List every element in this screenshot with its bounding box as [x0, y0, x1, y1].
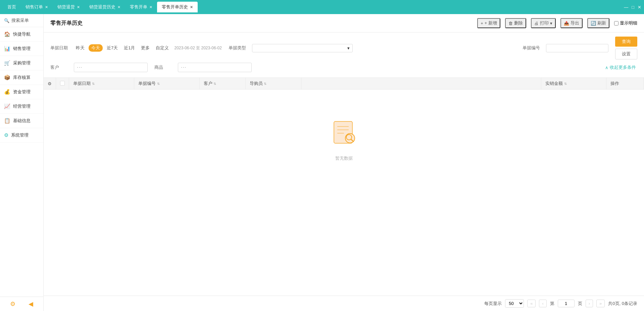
date-filter-label: 单据日期 [50, 45, 70, 51]
page-prev-btn[interactable]: ‹ [539, 300, 546, 307]
col-checkbox-header[interactable] [56, 78, 69, 90]
filter-area: 单据日期 昨天 今天 近7天 近1月 更多 自定义 2023-06-02 至 2… [44, 33, 644, 78]
main-layout: 🔍 搜索采单 🏠 快捷导航 📊 销售管理 🛒 采购管理 📦 库存核算 💰 资金管… [0, 14, 644, 311]
tab-retail-open-history-close[interactable]: ✕ [190, 5, 193, 9]
delete-label: 删除 [514, 20, 523, 26]
empty-state: 暂无数据 [44, 90, 644, 188]
total-info: 共0页, 0条记录 [608, 301, 637, 307]
tab-sales-return-label: 销货退货 [57, 4, 75, 10]
product-dots: ··· [181, 64, 186, 70]
table-settings-icon[interactable]: ⚙ [48, 81, 52, 86]
customer-input[interactable]: ··· [74, 63, 148, 72]
tab-sales-order-close[interactable]: ✕ [45, 5, 48, 9]
page-size-label: 每页显示 [484, 301, 502, 307]
col-date-header[interactable]: 单据日期 ⇅ [69, 78, 134, 90]
tab-retail-open[interactable]: 零售开单 ✕ [125, 2, 157, 12]
doc-type-filter-group: 单据类型 ▾ [229, 44, 516, 52]
print-icon: 🖨 [534, 21, 539, 26]
inventory-icon: 📦 [4, 74, 10, 81]
content-area: 零售开单历史 + + 新增 🗑 删除 🖨 打印 ▾ 📤 导出 [44, 14, 644, 311]
export-label: 导出 [571, 20, 579, 26]
page-last-btn[interactable]: » [596, 300, 605, 307]
date-opt-1month[interactable]: 近1月 [122, 44, 137, 52]
tab-sales-return-history-close[interactable]: ✕ [117, 5, 120, 9]
tab-sales-order[interactable]: 销售订单 ✕ [21, 2, 53, 12]
sidebar-item-quick-nav[interactable]: 🏠 快捷导航 [0, 27, 43, 42]
doc-no-label: 单据编号 [523, 45, 543, 51]
query-button[interactable]: 查询 [615, 37, 637, 47]
page-title: 零售开单历史 [50, 20, 83, 27]
sidebar-item-finance-mgmt[interactable]: 💰 资金管理 [0, 85, 43, 99]
print-button[interactable]: 🖨 打印 ▾ [531, 18, 556, 28]
collapse-bar[interactable]: ∧ 收起更多条件 [604, 63, 637, 72]
display-detail-checkbox-label[interactable]: 显示明细 [614, 20, 637, 26]
page-header: 零售开单历史 + + 新增 🗑 删除 🖨 打印 ▾ 📤 导出 [44, 14, 644, 33]
product-input[interactable]: ··· [178, 63, 252, 72]
page-first-btn[interactable]: « [527, 300, 536, 307]
doc-no-filter-group: 单据编号 [523, 44, 608, 52]
col-settings-header[interactable]: ⚙ [44, 78, 56, 90]
minimize-btn[interactable]: — [624, 5, 628, 10]
pagination-bar: 每页显示 10 20 50 100 « ‹ 第 页 › » 共0页, 0条记录 [44, 296, 644, 311]
sidebar-item-operations-mgmt[interactable]: 📈 经营管理 [0, 99, 43, 114]
col-amount-label: 实销金额 [545, 81, 563, 86]
refresh-button[interactable]: 🔄 刷新 [587, 18, 609, 28]
col-salesperson-header[interactable]: 导购员 ⇅ [245, 78, 301, 90]
empty-icon [327, 116, 361, 150]
display-detail-checkbox[interactable] [614, 21, 618, 25]
doc-type-select[interactable]: ▾ [252, 44, 353, 52]
col-amount-sort-icon: ⇅ [564, 82, 567, 86]
sidebar-search[interactable]: 🔍 搜索采单 [0, 14, 43, 27]
sidebar-item-quick-nav-label: 快捷导航 [13, 31, 31, 37]
sidebar-footer: ⚙ ◀ [0, 297, 43, 311]
date-opt-custom[interactable]: 自定义 [154, 44, 171, 52]
filter-settings-button[interactable]: 设置 [615, 49, 637, 59]
quick-nav-icon: 🏠 [4, 31, 10, 37]
date-opt-yesterday[interactable]: 昨天 [74, 44, 87, 52]
col-date-label: 单据日期 [73, 81, 91, 86]
date-opt-today[interactable]: 今天 [89, 44, 103, 52]
date-opt-more[interactable]: 更多 [139, 44, 152, 52]
delete-button[interactable]: 🗑 删除 [505, 18, 526, 28]
sidebar: 🔍 搜索采单 🏠 快捷导航 📊 销售管理 🛒 采购管理 📦 库存核算 💰 资金管… [0, 14, 44, 311]
page-next-btn[interactable]: › [586, 300, 593, 307]
product-filter-group: 商品 ··· [154, 63, 252, 72]
col-salesperson-label: 导购员 [250, 81, 263, 86]
tab-retail-open-history[interactable]: 零售开单历史 ✕ [157, 2, 198, 12]
sidebar-item-system-mgmt[interactable]: ⚙ 系统管理 [0, 128, 43, 143]
doc-type-label: 单据类型 [229, 45, 249, 51]
sidebar-item-finance-mgmt-label: 资金管理 [13, 89, 31, 95]
page-label: 第 [550, 301, 554, 307]
col-no-header[interactable]: 单据编号 ⇅ [134, 78, 199, 90]
sidebar-item-inventory[interactable]: 📦 库存核算 [0, 70, 43, 85]
maximize-btn[interactable]: □ [632, 5, 634, 10]
table-header-row: ⚙ 单据日期 ⇅ 单据编号 ⇅ [44, 78, 644, 90]
sidebar-item-sales-mgmt[interactable]: 📊 销售管理 [0, 42, 43, 56]
select-all-checkbox[interactable] [60, 81, 65, 86]
doc-type-dropdown-icon: ▾ [347, 46, 350, 51]
date-opt-7days[interactable]: 近7天 [105, 44, 120, 52]
col-customer-header[interactable]: 客户 ⇅ [199, 78, 245, 90]
export-icon: 📤 [564, 21, 569, 26]
export-button[interactable]: 📤 导出 [560, 18, 583, 28]
tab-sales-return-history[interactable]: 销货退货历史 ✕ [85, 2, 125, 12]
tab-retail-open-label: 零售开单 [130, 4, 147, 10]
col-amount-header[interactable]: 实销金额 ⇅ [541, 78, 606, 90]
doc-no-input[interactable] [546, 44, 608, 52]
tab-retail-open-close[interactable]: ✕ [149, 5, 152, 9]
filter-row-1: 单据日期 昨天 今天 近7天 近1月 更多 自定义 2023-06-02 至 2… [50, 37, 637, 59]
page-size-select[interactable]: 10 20 50 100 [505, 299, 524, 308]
sidebar-item-basic-info[interactable]: 📋 基础信息 [0, 114, 43, 128]
collapse-label: 收起更多条件 [610, 64, 636, 70]
sidebar-collapse-btn[interactable]: ◀ [29, 300, 33, 308]
tab-sales-return-close[interactable]: ✕ [77, 5, 80, 9]
tab-home[interactable]: 首页 [3, 2, 21, 12]
close-btn[interactable]: ✕ [638, 5, 641, 10]
add-button[interactable]: + + 新增 [477, 18, 500, 28]
sidebar-settings-btn[interactable]: ⚙ [10, 300, 15, 308]
col-no-sort-icon: ⇅ [157, 82, 160, 86]
customer-dots: ··· [77, 64, 82, 70]
sidebar-item-purchase-mgmt[interactable]: 🛒 采购管理 [0, 56, 43, 70]
page-input[interactable] [558, 300, 575, 307]
tab-sales-return[interactable]: 销货退货 ✕ [53, 2, 85, 12]
